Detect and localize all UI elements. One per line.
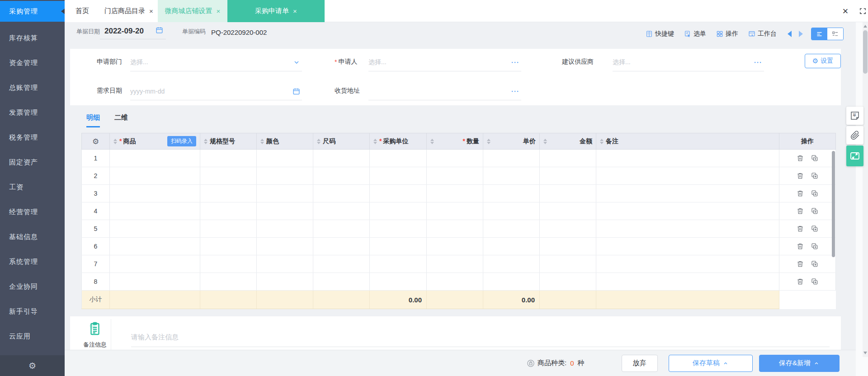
cell[interactable] bbox=[483, 238, 540, 255]
calendar-icon[interactable] bbox=[292, 87, 300, 95]
toolbar-grid-button[interactable]: 操作 bbox=[716, 30, 738, 38]
cancel-button[interactable]: 放弃 bbox=[622, 355, 658, 372]
copy-row-button[interactable] bbox=[811, 260, 818, 268]
cell[interactable] bbox=[110, 202, 200, 220]
column-header-单价[interactable]: 单价 bbox=[483, 133, 540, 150]
cell[interactable] bbox=[200, 273, 257, 291]
detail-tab-二维[interactable]: 二维 bbox=[114, 113, 128, 127]
copy-row-button[interactable] bbox=[811, 243, 818, 250]
delete-row-button[interactable] bbox=[797, 225, 804, 232]
delete-row-button[interactable] bbox=[797, 190, 804, 197]
cell[interactable] bbox=[596, 150, 779, 167]
tab-close-icon[interactable]: × bbox=[217, 7, 221, 15]
fullscreen-icon[interactable] bbox=[855, 0, 868, 22]
tab-采购申请单[interactable]: 采购申请单× bbox=[227, 0, 325, 22]
cell[interactable] bbox=[200, 185, 257, 202]
toolbar-pick-button[interactable]: 选单 bbox=[684, 30, 706, 38]
need-date-input[interactable]: yyyy-mm-dd bbox=[130, 82, 302, 100]
scan-input-button[interactable]: 扫码录入 bbox=[167, 136, 196, 146]
column-header-数量[interactable]: *数量 bbox=[427, 133, 483, 150]
cell[interactable] bbox=[200, 255, 257, 273]
cell[interactable] bbox=[313, 238, 370, 255]
cell[interactable] bbox=[427, 220, 483, 238]
cell[interactable] bbox=[427, 202, 483, 220]
cell[interactable] bbox=[200, 238, 257, 255]
calendar-icon[interactable] bbox=[156, 26, 163, 36]
cell[interactable] bbox=[257, 255, 313, 273]
sort-icon[interactable] bbox=[113, 139, 117, 144]
cell[interactable] bbox=[483, 150, 540, 167]
cell[interactable] bbox=[596, 202, 779, 220]
sidebar-item[interactable]: 经营管理 bbox=[0, 200, 65, 225]
cell[interactable] bbox=[313, 273, 370, 291]
nav-forward-icon[interactable] bbox=[799, 31, 803, 37]
cell[interactable] bbox=[427, 167, 483, 185]
column-header-尺码[interactable]: 尺码 bbox=[313, 133, 370, 150]
cell[interactable] bbox=[483, 167, 540, 185]
tab-close-icon[interactable]: × bbox=[149, 7, 153, 15]
tab-门店商品目录[interactable]: 门店商品目录× bbox=[100, 0, 158, 22]
sort-icon[interactable] bbox=[543, 139, 547, 144]
sort-icon[interactable] bbox=[487, 139, 491, 144]
remark-input[interactable]: 请输入备注信息 bbox=[131, 328, 830, 347]
cell[interactable] bbox=[427, 238, 483, 255]
cell[interactable] bbox=[596, 167, 779, 185]
cell[interactable] bbox=[540, 202, 596, 220]
cell[interactable] bbox=[596, 185, 779, 202]
sidebar-item[interactable]: 总账管理 bbox=[0, 75, 65, 100]
save-draft-button[interactable]: 保存草稿 bbox=[669, 355, 753, 372]
delete-row-button[interactable] bbox=[797, 172, 804, 179]
save-and-new-button[interactable]: 保存&新增 bbox=[759, 355, 840, 372]
toolbar-workbench-button[interactable]: 工作台 bbox=[748, 30, 777, 38]
tab-close-icon[interactable]: × bbox=[293, 7, 297, 15]
sidebar-item[interactable]: 新手引导 bbox=[0, 299, 65, 324]
sidebar-item[interactable]: 企业协同 bbox=[0, 274, 65, 299]
nav-back-icon[interactable] bbox=[788, 31, 792, 37]
scroll-down-icon[interactable] bbox=[863, 352, 867, 354]
cell[interactable] bbox=[313, 220, 370, 238]
delete-row-button[interactable] bbox=[797, 243, 804, 250]
cell[interactable] bbox=[110, 150, 200, 167]
sidebar-item[interactable]: 系统管理 bbox=[0, 249, 65, 274]
cell[interactable] bbox=[540, 220, 596, 238]
cell[interactable] bbox=[483, 273, 540, 291]
cell[interactable] bbox=[110, 273, 200, 291]
cell[interactable] bbox=[540, 150, 596, 167]
cell[interactable] bbox=[257, 167, 313, 185]
cell[interactable] bbox=[370, 185, 427, 202]
copy-row-button[interactable] bbox=[811, 172, 818, 179]
ellipsis-picker-icon[interactable]: ⋯ bbox=[511, 89, 519, 94]
cell[interactable] bbox=[257, 220, 313, 238]
delete-row-button[interactable] bbox=[797, 260, 804, 268]
sort-icon[interactable] bbox=[373, 139, 377, 144]
cell[interactable] bbox=[200, 220, 257, 238]
cell[interactable] bbox=[596, 273, 779, 291]
cell[interactable] bbox=[257, 238, 313, 255]
apply-department-input[interactable]: 选择... bbox=[130, 53, 302, 71]
cell[interactable] bbox=[110, 185, 200, 202]
sort-icon[interactable] bbox=[600, 139, 604, 144]
tab-首页[interactable]: 首页 bbox=[65, 0, 100, 22]
chevron-down-icon[interactable] bbox=[293, 59, 300, 66]
cell[interactable] bbox=[540, 255, 596, 273]
column-header-备注[interactable]: 备注 bbox=[596, 133, 779, 150]
cell[interactable] bbox=[370, 238, 427, 255]
scrollbar-thumb[interactable] bbox=[863, 30, 868, 74]
cell[interactable] bbox=[427, 273, 483, 291]
cell[interactable] bbox=[200, 167, 257, 185]
cell[interactable] bbox=[200, 202, 257, 220]
cell[interactable] bbox=[483, 220, 540, 238]
cell[interactable] bbox=[370, 202, 427, 220]
cell[interactable] bbox=[540, 185, 596, 202]
cell[interactable] bbox=[540, 238, 596, 255]
cell[interactable] bbox=[257, 150, 313, 167]
cell[interactable] bbox=[313, 150, 370, 167]
sort-icon[interactable] bbox=[317, 139, 321, 144]
delete-row-button[interactable] bbox=[797, 207, 804, 215]
column-header-颜色[interactable]: 颜色 bbox=[257, 133, 313, 150]
cell[interactable] bbox=[110, 167, 200, 185]
cell[interactable] bbox=[257, 185, 313, 202]
cell[interactable] bbox=[427, 150, 483, 167]
applicant-input[interactable]: 选择... ⋯ bbox=[368, 53, 521, 71]
cell[interactable] bbox=[596, 255, 779, 273]
